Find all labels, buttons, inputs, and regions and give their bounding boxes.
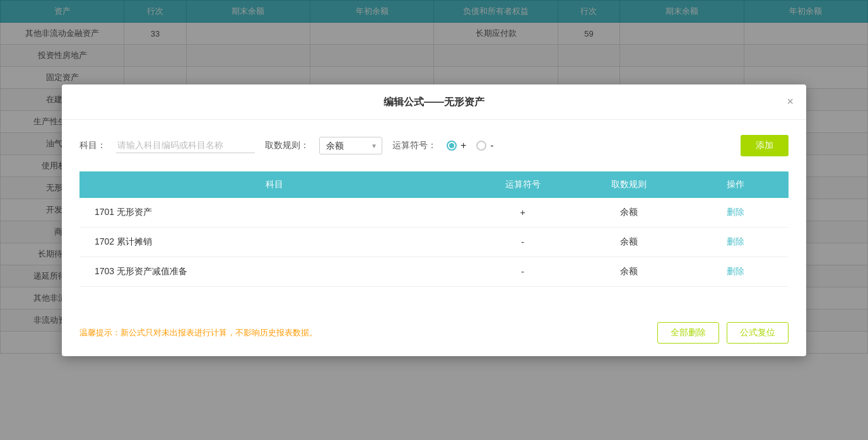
radio-minus-circle [476,141,486,151]
hint-text: 温馨提示：新公式只对未出报表进行计算，不影响历史报表数据。 [79,327,317,339]
formula-rule-cell: 余额 [576,198,683,228]
formula-operator-cell: - [469,227,576,257]
formula-action-cell[interactable]: 删除 [682,227,789,257]
formula-subject-cell: 1702 累计摊销 [79,227,469,257]
formula-operator-cell: + [469,198,576,228]
operator-plus-radio[interactable]: + [447,140,466,151]
modal-body: 科目： 取数规则： 余额 借方 贷方 借方发生额 贷方发生额 运算符号： [62,120,806,315]
col-header-action: 操作 [682,171,789,198]
operator-label: 运算符号： [392,140,437,151]
modal-header: 编辑公式——无形资产 × [62,84,806,120]
formula-table-row: 1702 累计摊销-余额删除 [79,227,789,257]
modal-close-button[interactable]: × [787,96,794,107]
modal-title: 编辑公式——无形资产 [384,96,484,107]
operator-minus-label: - [490,140,493,151]
rule-select[interactable]: 余额 借方 贷方 借方发生额 贷方发生额 [319,137,382,154]
col-header-operator: 运算符号 [469,171,576,198]
subject-input[interactable] [116,137,255,153]
operator-radio-group: + - [447,140,494,151]
col-header-rule: 取数规则 [576,171,683,198]
formula-table-row: 1703 无形资产减值准备-余额删除 [79,257,789,286]
modal-overlay: 编辑公式——无形资产 × 科目： 取数规则： 余额 借方 贷方 借方发生额 贷方… [0,0,868,440]
modal-footer: 温馨提示：新公式只对未出报表进行计算，不影响历史报表数据。 全部删除 公式复位 [62,315,806,356]
formula-rule-cell: 余额 [576,257,683,286]
operator-plus-label: + [460,140,466,151]
formula-operator-cell: - [469,257,576,286]
delete-row-link[interactable]: 删除 [727,236,744,246]
formula-action-cell[interactable]: 删除 [682,198,789,228]
delete-all-button[interactable]: 全部删除 [657,322,719,344]
formula-table: 科目 运算符号 取数规则 操作 1701 无形资产+余额删除1702 累计摊销-… [79,171,789,287]
subject-label: 科目： [79,140,106,151]
formula-rule-cell: 余额 [576,227,683,257]
formula-action-cell[interactable]: 删除 [682,257,789,286]
rule-label: 取数规则： [265,140,309,151]
footer-buttons: 全部删除 公式复位 [657,322,789,344]
col-header-subject: 科目 [79,171,469,198]
add-button[interactable]: 添加 [741,135,789,156]
formula-subject-cell: 1703 无形资产减值准备 [79,257,469,286]
delete-row-link[interactable]: 删除 [727,207,744,217]
edit-formula-modal: 编辑公式——无形资产 × 科目： 取数规则： 余额 借方 贷方 借方发生额 贷方… [62,84,806,356]
rule-select-wrap: 余额 借方 贷方 借方发生额 贷方发生额 [319,137,382,154]
formula-subject-cell: 1701 无形资产 [79,198,469,228]
operator-minus-radio[interactable]: - [476,140,493,151]
reset-formula-button[interactable]: 公式复位 [727,322,789,344]
delete-row-link[interactable]: 删除 [727,266,744,276]
form-row: 科目： 取数规则： 余额 借方 贷方 借方发生额 贷方发生额 运算符号： [79,135,789,156]
radio-plus-circle [447,141,457,151]
formula-table-row: 1701 无形资产+余额删除 [79,198,789,228]
